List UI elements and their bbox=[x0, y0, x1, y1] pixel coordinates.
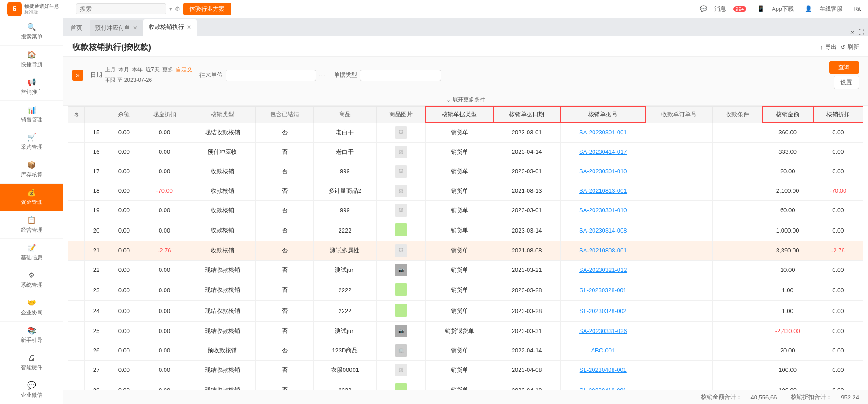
col-balance: 0.00 bbox=[108, 341, 140, 360]
sidebar-item-system[interactable]: ⚙ 系统管理 bbox=[0, 266, 63, 294]
sidebar-item-sales[interactable]: 📊 销售管理 bbox=[0, 101, 63, 128]
chevron-down-icon[interactable]: ▾ bbox=[169, 5, 172, 12]
col-verify-bill-no: SA-20230314-008 bbox=[561, 220, 646, 241]
tab-bar-right: ✕ ⛶ bbox=[846, 29, 868, 36]
tab-collection-close[interactable]: ✕ bbox=[187, 24, 191, 30]
guide-icon: 📚 bbox=[27, 326, 36, 335]
col-receipt-order-no bbox=[646, 341, 712, 360]
col-product: 2222 bbox=[313, 380, 376, 390]
verify-bill-no-link[interactable]: SA-20230321-012 bbox=[579, 266, 627, 273]
verify-bill-no-link[interactable]: SA-20230301-001 bbox=[579, 129, 627, 136]
col-cash-discount: 0.00 bbox=[140, 142, 189, 162]
close-tab-icon[interactable]: ✕ bbox=[850, 29, 855, 36]
col-verify-amount: 333.00 bbox=[762, 142, 813, 162]
refresh-button[interactable]: ↺ 刷新 bbox=[840, 43, 859, 51]
col-cash-discount: 0.00 bbox=[140, 123, 189, 142]
tab-collection-label: 收款核销执行 bbox=[149, 23, 184, 31]
date-this-year[interactable]: 本年 bbox=[132, 66, 143, 74]
col-verify-bill-no: SA-20230321-012 bbox=[561, 260, 646, 280]
col-verify-type: 现结收款核销 bbox=[189, 123, 255, 142]
col-receipt-order-no bbox=[646, 142, 712, 162]
filter-toggle-btn[interactable]: » bbox=[72, 70, 83, 81]
bill-type-select[interactable] bbox=[360, 70, 441, 81]
th-seq bbox=[85, 106, 108, 123]
col-seq: 26 bbox=[85, 341, 108, 360]
col-verify-amount: 2,100.00 bbox=[762, 181, 813, 200]
tab-prepay-close[interactable]: ✕ bbox=[133, 25, 137, 31]
sidebar-item-wechat[interactable]: 💬 企业微信 bbox=[0, 376, 63, 404]
sidebar-item-guide[interactable]: 📚 新手引导 bbox=[0, 322, 63, 349]
sidebar-label: 采购管理 bbox=[21, 143, 42, 151]
verify-bill-no-link[interactable]: SA-20230301-010 bbox=[579, 207, 627, 214]
sidebar-item-search-menu[interactable]: 🔍 搜索菜单 bbox=[0, 18, 63, 46]
col-cash-discount: 0.00 bbox=[140, 321, 189, 341]
date-this-month[interactable]: 本月 bbox=[118, 66, 129, 74]
verify-bill-no-link[interactable]: SA-20210808-001 bbox=[579, 247, 627, 254]
col-receipt-order-no bbox=[646, 260, 712, 280]
settings-icon[interactable]: ⚙ bbox=[175, 5, 180, 12]
col-product: 999 bbox=[313, 200, 376, 220]
sidebar-item-quick-nav[interactable]: 🏠 快捷导航 bbox=[0, 46, 63, 73]
verify-bill-no-link[interactable]: SL-20230418-001 bbox=[580, 387, 627, 390]
expand-more-bar: ⌄ 展开更多条件 bbox=[63, 94, 868, 106]
export-button[interactable]: ↑ 导出 bbox=[821, 43, 837, 51]
settings-button[interactable]: 设置 bbox=[834, 76, 859, 89]
col-receipt-cond bbox=[712, 300, 762, 321]
counterpart-input[interactable] bbox=[226, 70, 316, 81]
sidebar-item-marketing[interactable]: 📢 营销推广 bbox=[0, 73, 63, 101]
verify-bill-no-link[interactable]: SA-20230414-017 bbox=[579, 148, 627, 155]
export-label: 导出 bbox=[825, 43, 837, 51]
date-more[interactable]: 更多 bbox=[162, 66, 173, 74]
industry-btn[interactable]: 体验行业方案 bbox=[183, 3, 231, 15]
col-verify-discount: 0.00 bbox=[813, 300, 863, 321]
sidebar-item-inventory[interactable]: 📦 库存核算 bbox=[0, 156, 63, 184]
expand-more-btn[interactable]: ⌄ 展开更多条件 bbox=[446, 96, 485, 104]
sidebar-item-purchase[interactable]: 🛒 采购管理 bbox=[0, 128, 63, 156]
expand-tab-icon[interactable]: ⛶ bbox=[859, 29, 864, 36]
main-area: 首页 预付冲应付单 ✕ 收款核销执行 ✕ ✕ ⛶ 收款核销执行(按收款) bbox=[63, 18, 868, 404]
messages-label[interactable]: 消息 bbox=[714, 5, 726, 13]
app-download-label[interactable]: App下载 bbox=[772, 5, 794, 13]
tab-prepay[interactable]: 预付冲应付单 ✕ bbox=[90, 20, 143, 36]
tab-home[interactable]: 首页 bbox=[63, 20, 90, 36]
sidebar-item-basic-info[interactable]: 📝 基础信息 bbox=[0, 239, 63, 266]
col-settings bbox=[68, 341, 85, 360]
col-verify-discount: 0.00 bbox=[813, 341, 863, 360]
col-receipt-order-no bbox=[646, 321, 712, 341]
sidebar-item-enterprise[interactable]: 🤝 企业协同 bbox=[0, 294, 63, 322]
th-settings[interactable]: ⚙ bbox=[68, 106, 85, 123]
col-verify-discount: -70.00 bbox=[813, 181, 863, 200]
table-row: 280.000.00现结收款核销否2222销货单2023-04-18SL-202… bbox=[68, 380, 863, 390]
tab-prepay-label: 预付冲应付单 bbox=[95, 24, 130, 32]
th-verify-bill-type: 核销单据类型 bbox=[426, 106, 493, 123]
col-verify-type: 收款核销 bbox=[189, 241, 255, 260]
refresh-icon: ↺ bbox=[840, 44, 845, 51]
col-verify-discount: 0.00 bbox=[813, 123, 863, 142]
date-7days[interactable]: 近7天 bbox=[146, 66, 160, 74]
verify-bill-no-link[interactable]: ABC-001 bbox=[591, 347, 615, 354]
verify-bill-no-link[interactable]: SL-20230328-002 bbox=[580, 308, 627, 314]
date-prev-month[interactable]: 上月 bbox=[105, 66, 116, 74]
verify-bill-no-link[interactable]: SA-20230301-010 bbox=[579, 168, 627, 175]
verify-bill-no-link[interactable]: SL-20230328-001 bbox=[580, 287, 627, 294]
sidebar-item-operations[interactable]: 📋 经营管理 bbox=[0, 211, 63, 239]
col-verify-discount: 0.00 bbox=[813, 360, 863, 380]
verify-bill-no-link[interactable]: SA-20210813-001 bbox=[579, 187, 627, 194]
col-settings bbox=[68, 280, 85, 300]
purchase-icon: 🛒 bbox=[27, 133, 36, 142]
query-button[interactable]: 查询 bbox=[829, 61, 859, 74]
verify-bill-no-link[interactable]: SA-20230314-008 bbox=[579, 227, 627, 234]
sidebar-item-smart-hw[interactable]: 🖨 智能硬件 bbox=[0, 349, 63, 376]
top-search-input[interactable] bbox=[76, 3, 166, 14]
date-custom[interactable]: 自定义 bbox=[176, 66, 192, 74]
col-include-settled: 否 bbox=[255, 241, 313, 260]
verify-bill-no-link[interactable]: SA-20230331-026 bbox=[579, 328, 627, 334]
sidebar-item-finance[interactable]: 💰 资金管理 bbox=[0, 184, 63, 211]
messages-badge: 99+ bbox=[733, 6, 746, 12]
col-settings bbox=[68, 200, 85, 220]
online-service-label[interactable]: 在线客服 bbox=[819, 5, 843, 13]
verify-bill-no-link[interactable]: SL-20230408-001 bbox=[580, 366, 627, 373]
page-title: 收款核销执行(按收款) bbox=[72, 42, 151, 52]
col-verify-bill-date: 2021-08-08 bbox=[493, 241, 561, 260]
tab-collection[interactable]: 收款核销执行 ✕ bbox=[143, 19, 197, 36]
